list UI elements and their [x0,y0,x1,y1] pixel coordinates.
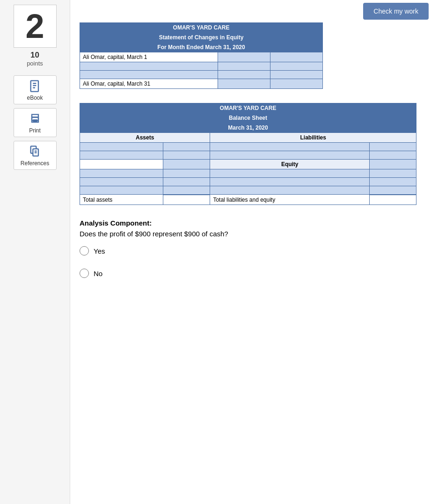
bs-a-amount2 [163,151,210,160]
bs-a-amount3 [163,160,210,169]
radio-option-no[interactable]: No [80,269,429,278]
stmt-empty-total2 [270,71,323,79]
stmt-title1: OMAR'S YARD CARE [80,23,323,33]
bs-a-label3 [80,160,163,169]
radio-no-label: No [94,270,102,278]
bs-a-amount4 [163,169,210,178]
bs-title2: Balance Sheet [80,113,416,123]
bs-eq-amount2 [370,169,416,178]
bs-l-label1 [210,143,370,151]
bs-a-label2 [80,151,163,160]
bs-title1: OMAR'S YARD CARE [80,103,416,113]
stmt-row1-total [270,52,323,62]
analysis-title: Analysis Component: [80,219,429,227]
bs-equity-header: Equity [210,160,370,169]
references-icon [29,145,42,158]
stmt-empty-label1 [80,62,218,71]
stmt-row1-label: Ali Omar, capital, March 1 [80,52,218,62]
top-bar: Check my work [80,0,429,18]
print-button[interactable]: Print [14,108,57,137]
bs-eq-amount1 [370,160,416,169]
svg-rect-6 [32,117,38,121]
print-icon [29,112,42,125]
bs-total-liabilities-equity-amount [370,195,416,205]
question-number-box: 2 [14,5,57,48]
references-button[interactable]: References [14,141,57,170]
question-number: 2 [25,9,44,43]
bs-a-amount5 [163,178,210,186]
bs-l-amount1 [370,143,416,151]
bs-eq-label4 [210,186,370,195]
analysis-component-label: Analysis Component: [80,219,152,227]
stmt-title3: For Month Ended March 31, 2020 [80,43,323,52]
stmt-empty-amount2 [218,71,270,79]
bs-a-label4 [80,169,163,178]
radio-yes-label: Yes [94,247,105,255]
references-label: References [21,160,49,167]
ebook-icon [29,80,42,93]
bs-l-label2 [210,151,370,160]
stmt-rowlast-total [270,79,323,89]
bs-title3: March 31, 2020 [80,123,416,133]
bs-total-assets-label: Total assets [80,195,163,205]
stmt-empty-total1 [270,62,323,71]
balance-sheet-table: OMAR'S YARD CARE Balance Sheet March 31,… [80,103,416,205]
stmt-title2: Statement of Changes in Equity [80,33,323,43]
balance-sheet-wrap: OMAR'S YARD CARE Balance Sheet March 31,… [80,103,416,205]
bs-a-amount1 [163,143,210,151]
bs-a-amount6 [163,186,210,195]
stmt-empty-label2 [80,71,218,79]
bs-eq-amount3 [370,178,416,186]
bs-total-liabilities-equity-label: Total liabilities and equity [210,195,370,205]
stmt-row1-amount [218,52,270,62]
bs-assets-header: Assets [80,133,210,143]
stmt-empty-amount1 [218,62,270,71]
points-value: 10 [30,51,39,60]
bs-l-amount2 [370,151,416,160]
ebook-label: eBook [27,95,43,101]
analysis-section: Analysis Component: Does the profit of $… [80,219,429,278]
points-label: points [27,60,43,67]
bs-total-assets-amount [163,195,210,205]
radio-option-yes[interactable]: Yes [80,246,429,256]
bs-a-label5 [80,178,163,186]
main-content: Check my work OMAR'S YARD CARE Statement… [70,0,438,504]
analysis-question: Does the profit of $900 represent $900 o… [80,230,429,238]
statement-of-changes-table: OMAR'S YARD CARE Statement of Changes in… [80,22,323,89]
bs-a-label1 [80,143,163,151]
radio-no[interactable] [80,269,89,278]
check-my-work-button[interactable]: Check my work [363,3,429,20]
bs-liabilities-header: Liabilities [210,133,416,143]
print-label: Print [29,127,41,134]
bs-eq-label2 [210,169,370,178]
stmt-rowlast-amount [218,79,270,89]
bs-eq-label3 [210,178,370,186]
stmt-rowlast-label: Ali Omar, capital, March 31 [80,79,218,89]
bs-a-label6 [80,186,163,195]
sidebar: 2 10 points eBook Print References [0,0,70,504]
radio-yes[interactable] [80,246,89,256]
ebook-button[interactable]: eBook [14,75,57,104]
bs-eq-amount4 [370,186,416,195]
points-row: 10 points [27,51,43,67]
